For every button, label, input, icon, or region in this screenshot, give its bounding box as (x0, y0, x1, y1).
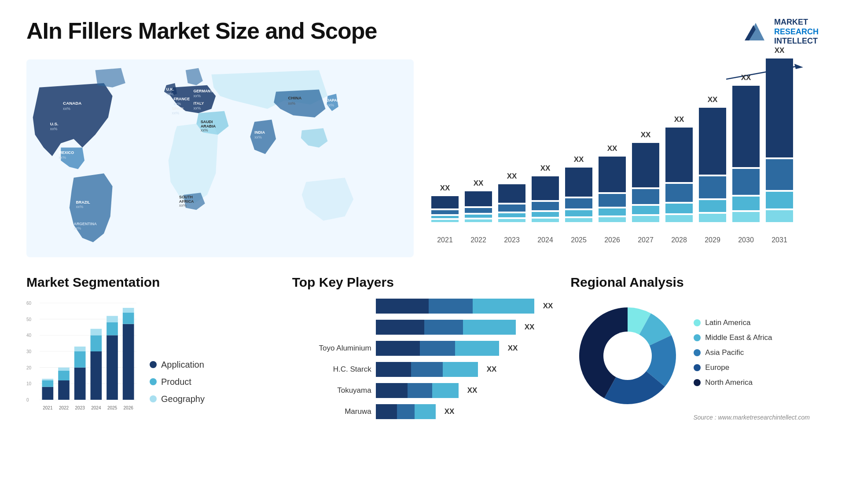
bar-segment (699, 200, 726, 212)
bar-group: XX (431, 184, 459, 222)
player-bar-label: XX (508, 341, 518, 356)
legend-dot-product (150, 378, 157, 385)
bar-year-label: 2025 (565, 236, 592, 244)
player-bar-segment (376, 404, 397, 419)
bar-top-label: XX (741, 73, 751, 82)
bar-segment (766, 192, 793, 208)
bar-chart-section: XXXXXXXXXXXXXXXXXXXXXX 20212022202320242… (431, 59, 819, 257)
player-bar-segment (376, 362, 411, 377)
legend-application: Application (150, 360, 205, 370)
legend-label-application: Application (161, 360, 204, 370)
bar-segment (498, 219, 525, 222)
bar-segment (431, 216, 459, 219)
bar-year-label: 2031 (766, 236, 793, 244)
svg-text:xx%: xx% (193, 106, 201, 110)
player-bar-segment (424, 320, 463, 335)
player-bar-label: XX (487, 362, 497, 377)
map-section: CANADA xx% U.S. xx% MEXICO xx% BRAZIL xx… (26, 59, 414, 257)
regional-legend-dot (694, 349, 701, 356)
bar-segment (599, 208, 626, 215)
bar-year-label: 2023 (498, 236, 525, 244)
bar-year-label: 2029 (699, 236, 726, 244)
player-bar-segment (376, 320, 424, 335)
bar-top-label: XX (607, 144, 617, 153)
bar-segment (498, 213, 525, 217)
bar-segment (599, 157, 626, 192)
bar-segment (498, 184, 525, 203)
regional-legend-label: Europe (705, 363, 729, 372)
player-bar-segment (443, 362, 478, 377)
regional-legend-dot (694, 364, 701, 371)
regional-legend-label: Latin America (705, 318, 750, 327)
svg-text:U.S.: U.S. (50, 121, 59, 126)
bar-year-label: 2021 (431, 236, 459, 244)
bar-top-label: XX (474, 179, 484, 188)
player-bar-segment (408, 383, 432, 398)
bar-year-label: 2027 (632, 236, 659, 244)
player-bar (376, 404, 436, 419)
player-bar-label: XX (445, 404, 455, 419)
bar-segment (699, 214, 726, 222)
legend-dot-application (150, 361, 157, 368)
bar-segment (766, 159, 793, 190)
svg-text:xx%: xx% (74, 226, 81, 230)
header: AIn Fillers Market Size and Scope MARKET… (26, 18, 819, 46)
bar-segment (431, 196, 459, 208)
svg-text:CANADA: CANADA (63, 101, 81, 106)
bar-top-label: XX (540, 164, 551, 173)
bar-segment (732, 197, 760, 211)
svg-text:U.K.: U.K. (166, 87, 174, 91)
segmentation-title: Market Segmentation (26, 275, 275, 290)
svg-text:GERMANY: GERMANY (193, 89, 213, 93)
bar-group: XX (665, 115, 693, 222)
player-row: Toyo AluminiumXX (292, 341, 553, 356)
player-row: XX (292, 320, 553, 335)
bar-group: XX (532, 164, 559, 222)
bar-top-label: XX (775, 46, 785, 55)
regional-legend-item: Middle East & Africa (694, 333, 772, 342)
segmentation-chart (26, 299, 141, 413)
player-row: H.C. StarckXX (292, 362, 553, 377)
bar-group: XX (732, 73, 760, 222)
player-row: MaruwaXX (292, 404, 553, 419)
bar-segment (766, 210, 793, 222)
logo-icon (742, 18, 769, 45)
svg-text:ARGENTINA: ARGENTINA (74, 221, 97, 226)
svg-text:xx%: xx% (76, 205, 83, 209)
logo: MARKET RESEARCH INTELLECT (742, 18, 819, 46)
bar-segment (565, 198, 592, 209)
bar-segment (532, 202, 559, 210)
bar-segment (465, 219, 492, 222)
bar-top-label: XX (674, 115, 684, 124)
bar-top-label: XX (708, 95, 718, 104)
svg-text:MEXICO: MEXICO (59, 150, 74, 155)
legend-geography: Geography (150, 394, 205, 404)
bar-segment (599, 194, 626, 207)
bar-segment (465, 208, 492, 213)
bar-segment (565, 168, 592, 196)
bar-segment (632, 216, 659, 222)
player-bar-segment (397, 404, 415, 419)
bar-group: XX (498, 172, 525, 222)
logo-text: MARKET RESEARCH INTELLECT (774, 18, 819, 46)
bar-top-label: XX (641, 131, 651, 139)
player-bar-segment (432, 383, 459, 398)
regional-legend-label: Middle East & Africa (705, 333, 772, 342)
svg-text:xx%: xx% (50, 127, 58, 131)
bar-segment (565, 218, 592, 222)
bar-group: XX (599, 144, 626, 222)
svg-text:xx%: xx% (193, 94, 201, 98)
svg-text:xx%: xx% (254, 135, 262, 139)
bar-top-label: XX (440, 184, 450, 193)
regional-legend-dot (694, 379, 701, 386)
player-bar-label: XX (543, 299, 553, 314)
player-bar (376, 341, 499, 356)
regional-legend-dot (694, 319, 701, 326)
segmentation-legend: Application Product Geography (150, 360, 205, 413)
player-bar-segment (376, 299, 429, 314)
player-row: XX (292, 299, 553, 314)
regional-legend-item: Latin America (694, 318, 772, 327)
svg-text:FRANCE: FRANCE (173, 97, 190, 101)
svg-text:JAPAN: JAPAN (327, 98, 339, 102)
bar-top-label: XX (574, 155, 584, 164)
